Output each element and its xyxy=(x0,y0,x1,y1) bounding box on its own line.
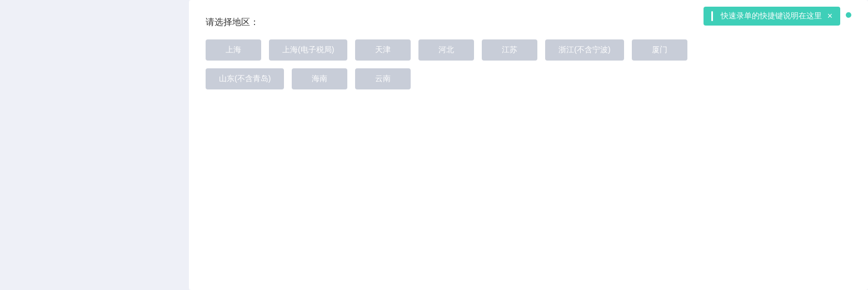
sidebar xyxy=(0,0,189,290)
btn-row-2: 山东(不含青岛)海南云南 xyxy=(206,68,687,89)
region-btn-shanghai[interactable]: 上海 xyxy=(206,39,261,61)
region-btn-yunnan[interactable]: 云南 xyxy=(355,68,411,89)
region-btn-shandong[interactable]: 山东(不含青岛) xyxy=(206,68,284,89)
tooltip-dot xyxy=(846,12,851,18)
tooltip-text: 快速录单的快捷键说明在这里 xyxy=(721,11,822,21)
main-content: 请选择地区： 上海上海(电子税局)天津河北江苏浙江(不含宁波)厦门 山东(不含青… xyxy=(189,0,868,290)
region-btn-zhejiang[interactable]: 浙江(不含宁波) xyxy=(545,39,623,61)
region-btn-hebei[interactable]: 河北 xyxy=(418,39,474,61)
region-btn-hainan[interactable]: 海南 xyxy=(292,68,347,89)
region-btn-jiangsu[interactable]: 江苏 xyxy=(482,39,537,61)
region-btn-xiamen[interactable]: 厦门 xyxy=(632,39,687,61)
region-buttons-container: 上海上海(电子税局)天津河北江苏浙江(不含宁波)厦门 山东(不含青岛)海南云南 xyxy=(189,39,868,89)
btn-row-1: 上海上海(电子税局)天津河北江苏浙江(不含宁波)厦门 xyxy=(206,39,687,61)
tooltip-banner: 快速录单的快捷键说明在这里 × xyxy=(704,7,840,26)
region-btn-tianjin[interactable]: 天津 xyxy=(355,39,411,61)
rows-container: 上海上海(电子税局)天津河北江苏浙江(不含宁波)厦门 山东(不含青岛)海南云南 xyxy=(206,39,687,89)
tooltip-close-button[interactable]: × xyxy=(827,12,832,21)
region-btn-shanghai-etax[interactable]: 上海(电子税局) xyxy=(269,39,347,61)
